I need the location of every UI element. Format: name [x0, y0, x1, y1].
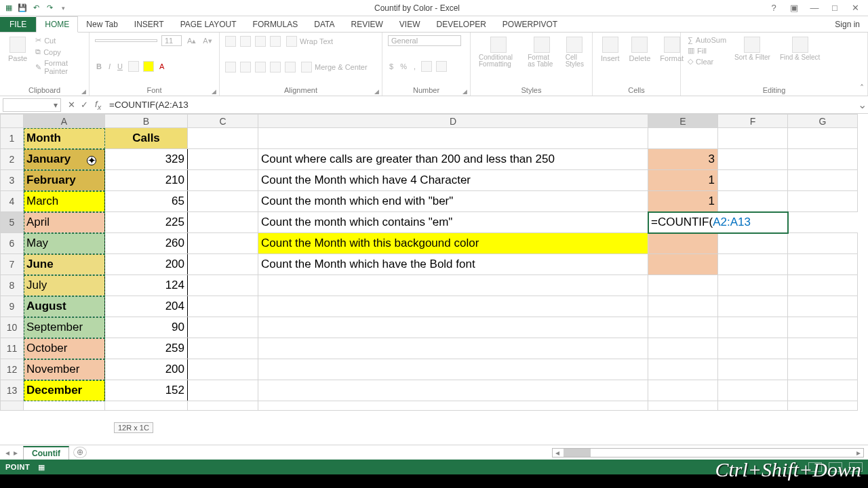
cell[interactable]	[258, 275, 648, 296]
dialog-launcher-icon[interactable]: ◢	[374, 88, 379, 95]
tab-newtab[interactable]: New Tab	[78, 17, 125, 32]
cell[interactable]: December	[24, 380, 105, 401]
font-size-select[interactable]: 11	[161, 35, 182, 46]
cell[interactable]	[718, 233, 788, 254]
cell[interactable]	[788, 254, 858, 275]
accounting-format-icon[interactable]: $	[388, 62, 395, 71]
cell[interactable]	[788, 149, 858, 170]
worksheet-grid[interactable]: A B C D E F G 1MonthCalls2January329Coun…	[0, 114, 868, 445]
sheet-tab-countif[interactable]: Countif	[23, 446, 69, 460]
sheet-nav-prev-icon[interactable]: ◂	[5, 448, 9, 458]
row-header[interactable]: 7	[1, 254, 24, 275]
cell[interactable]	[188, 233, 258, 254]
cell[interactable]	[258, 359, 648, 380]
cell[interactable]	[188, 149, 258, 170]
conditional-formatting-button[interactable]: Conditional Formatting	[476, 35, 521, 69]
cell[interactable]: 152	[105, 380, 188, 401]
qat-more-icon[interactable]: ▾	[57, 2, 69, 14]
cell[interactable]	[188, 380, 258, 401]
undo-icon[interactable]: ↶	[30, 2, 42, 14]
cell[interactable]	[648, 338, 718, 359]
cell[interactable]: 259	[105, 338, 188, 359]
cell[interactable]: July	[24, 275, 105, 296]
row-header[interactable]: 6	[1, 233, 24, 254]
tab-review[interactable]: REVIEW	[342, 17, 391, 32]
underline-button[interactable]: U	[116, 62, 124, 71]
row-header[interactable]: 8	[1, 275, 24, 296]
align-center-icon[interactable]	[240, 62, 251, 73]
cell[interactable]: 90	[105, 317, 188, 338]
row-header[interactable]: 5	[1, 212, 24, 233]
sign-in-link[interactable]: Sign in	[827, 17, 868, 32]
bold-button[interactable]: B	[95, 62, 103, 71]
fill-button[interactable]: ▥Fill	[686, 45, 728, 56]
increase-font-icon[interactable]: A▴	[186, 36, 197, 46]
orientation-icon[interactable]	[270, 36, 281, 47]
cell[interactable]: 3	[648, 149, 718, 170]
row-header[interactable]: 3	[1, 170, 24, 191]
decrease-decimal-icon[interactable]	[436, 61, 447, 72]
col-header-E[interactable]: E	[648, 115, 718, 128]
tab-file[interactable]: FILE	[0, 17, 36, 32]
cell[interactable]: 329	[105, 149, 188, 170]
dialog-launcher-icon[interactable]: ◢	[462, 88, 467, 95]
align-right-icon[interactable]	[255, 62, 266, 73]
format-as-table-button[interactable]: Format as Table	[525, 35, 558, 69]
cell[interactable]	[188, 359, 258, 380]
comma-format-icon[interactable]: ,	[412, 62, 417, 71]
cell[interactable]	[648, 128, 718, 149]
cell[interactable]	[788, 275, 858, 296]
cell[interactable]	[718, 275, 788, 296]
cell[interactable]: Calls	[105, 128, 188, 149]
paste-button[interactable]: Paste	[5, 35, 30, 64]
cell[interactable]	[648, 233, 718, 254]
cell[interactable]: 65	[105, 191, 188, 212]
number-format-select[interactable]: General	[388, 35, 461, 46]
cell[interactable]	[258, 317, 648, 338]
cell[interactable]	[718, 317, 788, 338]
cell[interactable]: February	[24, 170, 105, 191]
cell[interactable]	[718, 296, 788, 317]
cell[interactable]: 260	[105, 233, 188, 254]
cell[interactable]	[188, 296, 258, 317]
name-box[interactable]: ▾	[3, 98, 61, 112]
cell[interactable]	[188, 338, 258, 359]
tab-insert[interactable]: INSERT	[126, 17, 172, 32]
col-header-B[interactable]: B	[105, 115, 188, 128]
cell[interactable]	[718, 128, 788, 149]
cell[interactable]: 204	[105, 296, 188, 317]
tab-developer[interactable]: DEVELOPER	[428, 17, 494, 32]
horizontal-scrollbar[interactable]: ◂▸	[552, 448, 864, 458]
cell[interactable]	[788, 233, 858, 254]
cell[interactable]: Count the Month with this backgound colo…	[258, 233, 648, 254]
cell[interactable]: 200	[105, 254, 188, 275]
cell[interactable]	[188, 191, 258, 212]
cell[interactable]: August	[24, 296, 105, 317]
cell[interactable]	[648, 296, 718, 317]
decrease-indent-icon[interactable]	[270, 62, 281, 73]
percent-format-icon[interactable]: %	[399, 62, 408, 71]
cell[interactable]	[188, 254, 258, 275]
cell[interactable]	[188, 128, 258, 149]
row-header[interactable]: 13	[1, 380, 24, 401]
sort-filter-button[interactable]: Sort & Filter	[732, 35, 773, 62]
ribbon-display-icon[interactable]: ▣	[785, 3, 803, 13]
clear-button[interactable]: ◇Clear	[686, 56, 728, 66]
delete-cells-button[interactable]: Delete	[627, 35, 654, 64]
cell[interactable]	[258, 128, 648, 149]
cut-button[interactable]: ✂Cut	[34, 35, 83, 45]
row-header[interactable]: 12	[1, 359, 24, 380]
cell[interactable]: 124	[105, 275, 188, 296]
cell[interactable]	[788, 380, 858, 401]
cell[interactable]	[788, 170, 858, 191]
save-icon[interactable]: 💾	[16, 2, 28, 14]
cell[interactable]	[188, 317, 258, 338]
row-header[interactable]: 11	[1, 338, 24, 359]
cell[interactable]: Count the Month which have the Bold font	[258, 254, 648, 275]
font-name-select[interactable]	[95, 39, 157, 42]
cell[interactable]	[788, 128, 858, 149]
insert-cells-button[interactable]: Insert	[598, 35, 623, 64]
borders-icon[interactable]	[128, 61, 139, 72]
cell[interactable]: 200	[105, 359, 188, 380]
wrap-text-button[interactable]: Wrap Text	[285, 35, 334, 47]
